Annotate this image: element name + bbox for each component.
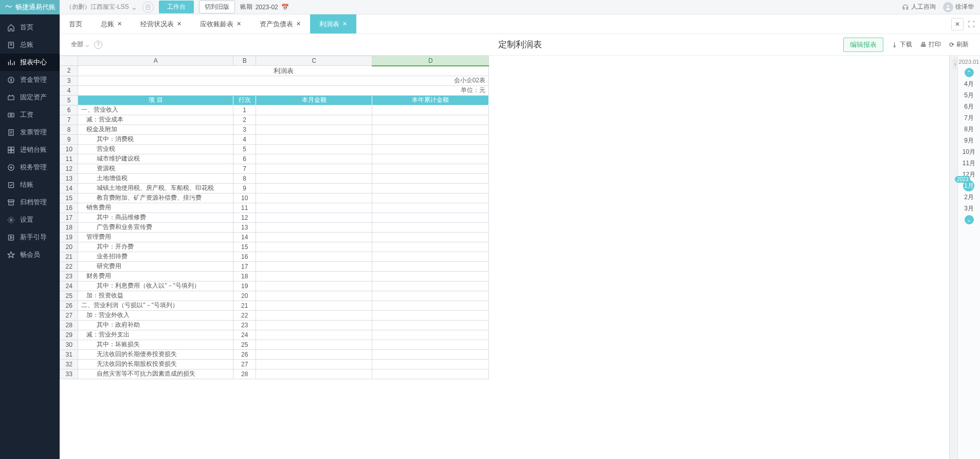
cell-item[interactable]: 土地增值税: [78, 173, 233, 183]
cell-item[interactable]: 其中：利息费用（收入以"－"号填列）: [78, 281, 233, 291]
period-value[interactable]: 2023-02: [256, 4, 278, 11]
cell-item[interactable]: 管理费用: [78, 232, 233, 242]
cell-month[interactable]: [256, 105, 372, 115]
tab-资产负债表[interactable]: 资产负债表✕: [250, 14, 310, 33]
cell-month[interactable]: [256, 173, 372, 183]
row-num[interactable]: 28: [60, 320, 78, 330]
cell-year[interactable]: [372, 173, 489, 183]
cell-item[interactable]: 广告费和业务宣传费: [78, 222, 233, 232]
row-num[interactable]: 21: [60, 252, 78, 261]
row-num[interactable]: 12: [60, 164, 78, 173]
month-item[interactable]: 4月: [963, 78, 975, 90]
cell-item[interactable]: 加：营业外收入: [78, 310, 233, 320]
cell-month[interactable]: [256, 261, 372, 271]
cell-year[interactable]: [372, 144, 489, 154]
cell-month[interactable]: [256, 349, 372, 359]
row-num[interactable]: 18: [60, 222, 78, 232]
row-num[interactable]: 27: [60, 310, 78, 320]
support-link[interactable]: 人工咨询: [902, 3, 936, 11]
tabs-close-button[interactable]: ✕: [951, 18, 964, 30]
workbench-button[interactable]: 工作台: [159, 1, 194, 13]
cell-month[interactable]: [256, 340, 372, 349]
cell-month[interactable]: [256, 193, 372, 203]
cell-item[interactable]: 其中：政府补助: [78, 320, 233, 330]
row-num[interactable]: 26: [60, 301, 78, 310]
cell-year[interactable]: [372, 330, 489, 340]
tab-经营状况表[interactable]: 经营状况表✕: [131, 14, 191, 33]
row-num[interactable]: 25: [60, 291, 78, 301]
edit-report-button[interactable]: 编辑报表: [843, 38, 883, 52]
cell-line[interactable]: 17: [233, 261, 256, 271]
cell-month[interactable]: [256, 271, 372, 281]
cell-line[interactable]: 6: [233, 154, 256, 164]
cell-month[interactable]: [256, 359, 372, 369]
company-selector[interactable]: （勿删）江西服宝-LSS ⌄: [66, 3, 137, 11]
cell-item[interactable]: 无法收回的长期股权投资损失: [78, 359, 233, 369]
cell-month[interactable]: [256, 242, 372, 252]
cell-item[interactable]: 减：营业成本: [78, 115, 233, 125]
close-icon[interactable]: ✕: [342, 21, 347, 27]
cell-item[interactable]: 税金及附加: [78, 125, 233, 134]
refresh-link[interactable]: ⟳ 刷新: [949, 40, 969, 49]
col-header-D[interactable]: D: [372, 56, 489, 66]
cell-month[interactable]: [256, 369, 372, 379]
cell-item[interactable]: 其中：开办费: [78, 242, 233, 252]
cell-line[interactable]: 13: [233, 222, 256, 232]
cell-year[interactable]: [372, 301, 489, 310]
calendar-icon[interactable]: 📅: [281, 4, 289, 11]
cell-year[interactable]: [372, 310, 489, 320]
cell-year[interactable]: [372, 164, 489, 173]
row-num[interactable]: 14: [60, 183, 78, 193]
row-num[interactable]: 8: [60, 125, 78, 134]
row-num[interactable]: 13: [60, 173, 78, 183]
cell-month[interactable]: [256, 291, 372, 301]
cell-line[interactable]: 18: [233, 271, 256, 281]
cell-year[interactable]: [372, 105, 489, 115]
close-icon[interactable]: ✕: [296, 21, 301, 27]
sidebar-item-vip[interactable]: 畅会员: [0, 246, 60, 263]
row-num[interactable]: 17: [60, 213, 78, 222]
cell-line[interactable]: 19: [233, 281, 256, 291]
month-item[interactable]: 10月: [963, 146, 975, 157]
row-num[interactable]: 16: [60, 203, 78, 213]
cell-month[interactable]: [256, 203, 372, 213]
cell-year[interactable]: [372, 115, 489, 125]
cell-line[interactable]: 27: [233, 359, 256, 369]
row-num[interactable]: 4: [60, 85, 78, 95]
row-num[interactable]: 6: [60, 105, 78, 115]
cell-month[interactable]: [256, 310, 372, 320]
cell-year[interactable]: [372, 261, 489, 271]
cell-line[interactable]: 16: [233, 252, 256, 261]
cell-line[interactable]: 10: [233, 193, 256, 203]
tab-首页[interactable]: 首页: [60, 14, 92, 33]
cell-year[interactable]: [372, 369, 489, 379]
cell-line[interactable]: 23: [233, 320, 256, 330]
sidebar-item-stock[interactable]: 进销台账: [0, 141, 60, 158]
download-link[interactable]: ⭳ 下载: [892, 40, 912, 49]
cell-item[interactable]: 业务招待费: [78, 252, 233, 261]
sidebar-item-ledger[interactable]: 总账: [0, 36, 60, 54]
cell-year[interactable]: [372, 183, 489, 193]
cell-item[interactable]: 二、营业利润（亏损以"－"号填列）: [78, 301, 233, 310]
nav-up-button[interactable]: ⌃: [965, 68, 974, 77]
cell-year[interactable]: [372, 125, 489, 134]
print-link[interactable]: 🖶 打印: [920, 40, 941, 49]
cell-item[interactable]: 资源税: [78, 164, 233, 173]
row-num[interactable]: 9: [60, 134, 78, 144]
close-icon[interactable]: ✕: [117, 21, 122, 27]
row-num[interactable]: 11: [60, 154, 78, 164]
cell-year[interactable]: [372, 203, 489, 213]
month-item[interactable]: 11月: [963, 157, 975, 169]
sidebar-item-invoice[interactable]: 发票管理: [0, 123, 60, 141]
cell-item[interactable]: 研究费用: [78, 261, 233, 271]
sidebar-item-tax[interactable]: 税务管理: [0, 158, 60, 176]
cell-month[interactable]: [256, 232, 372, 242]
cell-item[interactable]: 城市维护建设税: [78, 154, 233, 164]
user-menu[interactable]: 徐泽华: [943, 2, 974, 12]
tab-总账[interactable]: 总账✕: [92, 14, 131, 33]
cell-month[interactable]: [256, 115, 372, 125]
cell-line[interactable]: 3: [233, 125, 256, 134]
cell-item[interactable]: 其中：商品维修费: [78, 213, 233, 222]
cell-month[interactable]: [256, 330, 372, 340]
cell-month[interactable]: [256, 320, 372, 330]
